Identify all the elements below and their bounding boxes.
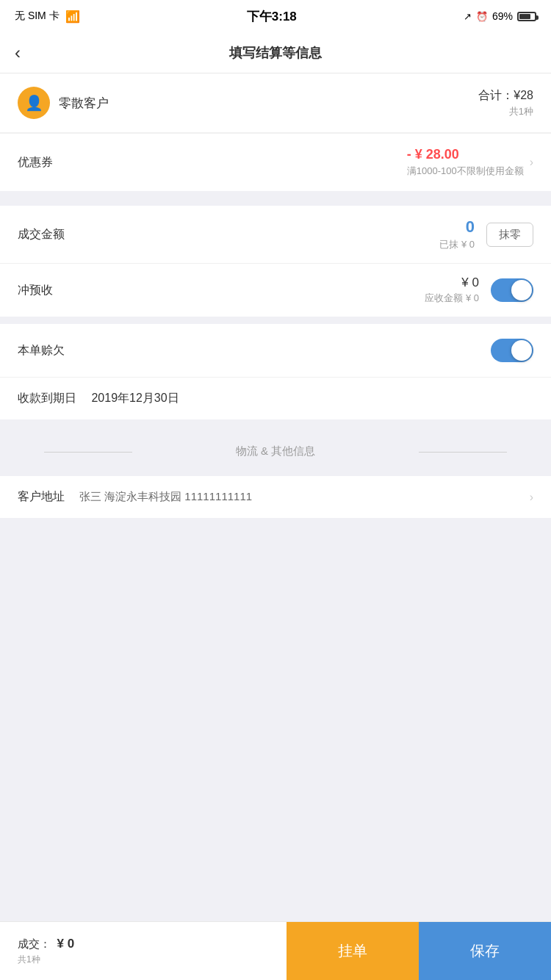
amount-value[interactable]: 0 (466, 217, 475, 236)
amount-info: 0 已抹 ¥ 0 (439, 217, 475, 251)
customer-card: 👤 零散客户 合计：¥28 共1种 优惠券 - ¥ 28.00 满1000-10… (0, 73, 551, 191)
prepay-right: ¥ 0 应收金额 ¥ 0 (425, 275, 533, 305)
location-icon: ↗ (464, 11, 472, 22)
status-left: 无 SIM 卡 📶 (15, 10, 80, 24)
bottom-bar: 成交： ¥ 0 共1种 挂单 保存 (0, 921, 551, 980)
save-button[interactable]: 保存 (419, 922, 551, 981)
coupon-row[interactable]: 优惠券 - ¥ 28.00 满1000-100不限制使用金额 › (0, 133, 551, 191)
debt-toggle-knob (511, 340, 532, 361)
coupon-chevron-icon: › (530, 156, 533, 169)
coupon-wrapper: 优惠券 - ¥ 28.00 满1000-100不限制使用金额 › (0, 132, 551, 191)
bottom-count: 共1种 (18, 954, 269, 966)
customer-left: 👤 零散客户 (18, 87, 109, 119)
prepay-value: ¥ 0 (425, 275, 479, 290)
prepay-sub: 应收金额 ¥ 0 (425, 292, 479, 305)
total-count: 共1种 (478, 105, 533, 118)
address-chevron-icon: › (530, 491, 533, 504)
logistics-label: 物流 & 其他信息 (236, 444, 315, 457)
avatar-icon: 👤 (25, 94, 43, 112)
round-button[interactable]: 抹零 (486, 223, 533, 247)
prepay-row: 冲预收 ¥ 0 应收金额 ¥ 0 (0, 263, 551, 317)
amount-section: 成交金额 0 已抹 ¥ 0 抹零 冲预收 ¥ 0 应收金额 ¥ 0 (0, 206, 551, 317)
hold-button[interactable]: 挂单 (287, 922, 419, 981)
address-row[interactable]: 客户地址 张三 海淀永丰科技园 11111111111 › (0, 476, 551, 518)
debt-section: 本单赊欠 收款到期日 2019年12月30日 (0, 324, 551, 419)
back-button[interactable]: ‹ (15, 43, 21, 63)
bottom-info: 成交： ¥ 0 共1种 (0, 937, 287, 966)
prepay-label: 冲预收 (18, 283, 53, 298)
due-date-row: 收款到期日 2019年12月30日 (0, 377, 551, 419)
wifi-icon: 📶 (65, 10, 80, 24)
amount-right: 0 已抹 ¥ 0 抹零 (439, 217, 533, 251)
section-separator-1 (0, 198, 551, 206)
total-amount: 合计：¥28 (478, 88, 533, 104)
customer-avatar: 👤 (18, 87, 50, 119)
customer-summary: 合计：¥28 共1种 (478, 88, 533, 118)
section-separator-4 (0, 469, 551, 476)
coupon-info: - ¥ 28.00 满1000-100不限制使用金额 (407, 147, 524, 178)
customer-name: 零散客户 (59, 95, 109, 112)
customer-row: 👤 零散客户 合计：¥28 共1种 (0, 73, 551, 132)
bottom-amount-value: ¥ 0 (57, 937, 74, 951)
page-title: 填写结算等信息 (229, 44, 322, 62)
address-value: 张三 海淀永丰科技园 11111111111 (79, 490, 530, 504)
logistics-divider: 物流 & 其他信息 (0, 434, 551, 469)
battery-icon (517, 12, 536, 21)
address-card: 客户地址 张三 海淀永丰科技园 11111111111 › (0, 476, 551, 518)
content-area: 👤 零散客户 合计：¥28 共1种 优惠券 - ¥ 28.00 满1000-10… (0, 73, 551, 591)
toggle-knob (511, 280, 532, 300)
section-separator-3 (0, 427, 551, 434)
prepay-amount-info: ¥ 0 应收金额 ¥ 0 (425, 275, 479, 305)
address-label: 客户地址 (18, 489, 65, 505)
bottom-amount-display: 成交： ¥ 0 (18, 937, 269, 951)
coupon-right: - ¥ 28.00 满1000-100不限制使用金额 › (407, 147, 533, 178)
nav-bar: ‹ 填写结算等信息 (0, 32, 551, 73)
status-bar: 无 SIM 卡 📶 下午3:18 ↗ ⏰ 69% (0, 0, 551, 32)
amount-label: 成交金额 (18, 227, 65, 242)
coupon-discount: - ¥ 28.00 (407, 147, 524, 162)
coupon-label: 优惠券 (18, 155, 53, 170)
status-right: ↗ ⏰ 69% (464, 10, 536, 22)
amount-sub: 已抹 ¥ 0 (439, 238, 475, 251)
battery-label: 69% (492, 10, 513, 22)
amount-row: 成交金额 0 已抹 ¥ 0 抹零 (0, 206, 551, 263)
due-date-value[interactable]: 2019年12月30日 (91, 392, 179, 404)
section-separator-2 (0, 317, 551, 324)
debt-row: 本单赊欠 (0, 324, 551, 377)
debt-label: 本单赊欠 (18, 343, 65, 359)
due-date-label: 收款到期日 (18, 392, 76, 404)
bottom-amount-label: 成交： (18, 937, 51, 950)
prepay-toggle[interactable] (491, 278, 533, 302)
status-time: 下午3:18 (247, 8, 297, 25)
alarm-icon: ⏰ (476, 11, 488, 22)
no-sim-label: 无 SIM 卡 (15, 10, 60, 23)
coupon-detail: 满1000-100不限制使用金额 (407, 165, 524, 178)
debt-toggle[interactable] (491, 339, 533, 362)
